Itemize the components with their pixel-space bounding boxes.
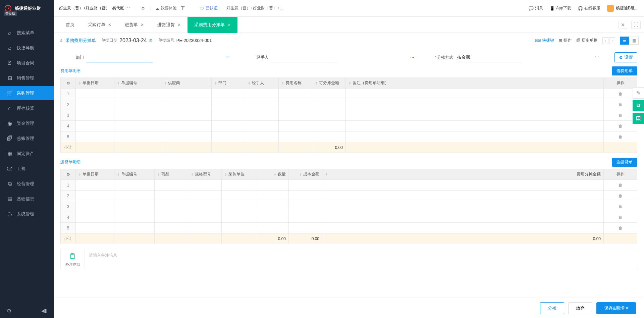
sidebar-item-11[interactable]: ▤基础信息 [0,192,54,206]
trash-icon[interactable]: 🗑 [619,204,623,209]
trash-icon[interactable]: 🗑 [619,92,623,96]
stk-col-5[interactable]: ▲▼数量 [255,169,289,180]
topbar-link-0[interactable]: 💬 消息 [529,5,543,11]
method-input[interactable] [456,52,522,62]
stk-col-7[interactable]: ▲▼费用分摊金额 [322,169,604,180]
remarks-input[interactable] [85,249,637,269]
select-expense-button[interactable]: 选费用单 [612,66,637,75]
trash-icon[interactable]: 🗑 [619,194,623,198]
sidebar-item-3[interactable]: ⊞销售管理 [0,71,54,85]
trash-icon[interactable]: 🗑 [619,183,623,188]
chevron-down-icon[interactable]: ﹀ [127,5,131,11]
close-icon[interactable]: ✕ [227,22,231,27]
sidebar-item-9[interactable]: 🗠工资 [0,161,54,176]
tab-2[interactable]: 进货单✕ [118,17,151,33]
table-row[interactable]: 1🗑 [61,180,637,191]
exp-col-0[interactable]: ▲▼单据日期 [76,78,114,89]
topbar-link-1[interactable]: 📱 App下载 [550,5,571,11]
handler-input[interactable] [271,52,337,62]
exp-col-3[interactable]: ▲▼部门 [212,78,245,89]
view-mode-list[interactable]: ☰ [620,37,629,45]
gear-col[interactable]: ⚙ [61,78,76,89]
discard-button[interactable]: 放弃 [568,302,592,314]
exp-col-2[interactable]: ▲▼供应商 [161,78,212,89]
sidebar-item-4[interactable]: 🛒采购管理 [0,86,54,100]
chevron-down-icon[interactable]: ﹀ [595,55,599,60]
table-row[interactable]: 3🗑 [61,201,637,212]
allocate-button[interactable]: 分摊 [540,302,564,314]
stk-col-1[interactable]: ▲▼单据编号 [114,169,155,180]
more-icon[interactable]: ⋯ [410,55,414,60]
sidebar-item-1[interactable]: ⌂快捷导航 [0,41,54,55]
chevron-down-icon: ▾ [626,306,628,311]
stk-col-6[interactable]: ▲▼成本金额 [289,169,322,180]
dock-image-icon[interactable]: 🖼 [633,113,644,124]
table-row[interactable]: 4🗑 [61,212,637,223]
trash-icon[interactable]: 🗑 [619,215,623,220]
tab-3[interactable]: 进货退货✕ [151,17,187,33]
trash-icon[interactable]: 🗑 [619,102,623,107]
chevron-down-icon[interactable]: ﹀ [226,55,230,60]
settings-gear-icon[interactable]: ⚙ [7,308,11,314]
prev-doc-icon[interactable]: ‹ [602,37,608,44]
sidebar-item-5[interactable]: ⌂库存核算 [0,101,54,115]
exp-col-6[interactable]: ▲▼可分摊金额 [312,78,346,89]
gear-col[interactable]: ⚙ [61,169,76,180]
stk-col-3[interactable]: ▲▼规格型号 [188,169,222,180]
stk-col-2[interactable]: ▲▼商品 [155,169,188,180]
table-row[interactable]: 2🗑 [61,191,637,201]
table-row[interactable]: 4🗑 [61,121,637,131]
collapse-icon[interactable]: ◂▮ [41,308,47,314]
close-all-tabs[interactable]: ✕ [619,21,627,29]
shortcut-action[interactable]: ⌨ 快捷键 [535,38,554,43]
sidebar-item-2[interactable]: 🗎项目合同 [0,56,54,70]
trash-icon[interactable]: 🗑 [619,113,623,118]
topbar-link-2[interactable]: 🎧 在线客服 [578,5,600,11]
trash-icon[interactable]: 🗑 [619,124,623,128]
sidebar-item-8[interactable]: ▦固定资产 [0,146,54,161]
breadcrumb[interactable]: 好生意（普）+好业财（普）+易代账 [59,5,124,11]
table-row[interactable]: 2🗑 [61,99,637,110]
close-icon[interactable]: ✕ [141,22,144,27]
sidebar-item-0[interactable]: ⌕搜索菜单 [0,25,54,40]
stk-col-0[interactable]: ▲▼单据日期 [76,169,114,180]
sidebar-item-6[interactable]: ◉资金管理 [0,116,54,130]
fullscreen-icon[interactable]: ⛶ [631,21,641,29]
next-doc-icon[interactable]: › [609,37,615,44]
stk-col-4[interactable]: ▲▼采购单位 [222,169,255,180]
exp-col-5[interactable]: ▲▼费用名称 [279,78,312,89]
close-icon[interactable]: ✕ [177,22,181,27]
user-info[interactable]: 畅捷通B组… [607,5,639,12]
sidebar-icon: 🗐 [7,136,13,142]
date-value[interactable]: 2023-03-24 [119,38,147,44]
table-row[interactable]: 3🗑 [61,110,637,121]
tab-1[interactable]: 采购订单✕ [81,17,118,33]
sidebar-item-label: 资金管理 [17,120,34,126]
sidebar-item-12[interactable]: ◌系统管理 [0,207,54,221]
dock-edit-icon[interactable]: ✎ [633,87,644,99]
sidebar-item-10[interactable]: ⧉经营管理 [0,176,54,191]
try-link[interactable]: ☁ 我要体验一下 [155,5,185,11]
exp-col-4[interactable]: ▲▼经手人 [245,78,279,89]
table-row[interactable]: 5🗑 [61,223,637,233]
gear-icon[interactable]: ⚙ [141,6,145,11]
select-stock-button[interactable]: 选进货单 [612,158,637,167]
settings-button[interactable]: ⚙ 设置 [614,52,637,62]
exp-col-7[interactable]: ▲▼备注（费用单明细） [346,78,604,89]
table-row[interactable]: 5🗑 [61,131,637,142]
trash-icon[interactable]: 🗑 [619,135,623,139]
tab-0[interactable]: 首页 [59,17,81,33]
save-new-button[interactable]: 保存&新增 ▾ [596,302,636,314]
exp-col-1[interactable]: ▲▼单据编号 [114,78,161,89]
view-mode-card[interactable]: ▦ [630,37,639,45]
close-icon[interactable]: ✕ [108,22,111,27]
sidebar-item-7[interactable]: 🗐总账管理 [0,131,54,146]
history-action[interactable]: 🗐 历史单据 [576,38,598,43]
dock-screenshot-icon[interactable]: ⧉ [633,100,644,111]
table-row[interactable]: 1🗑 [61,89,637,99]
trash-icon[interactable]: 🗑 [619,226,623,230]
calendar-icon[interactable]: 🗓 [149,38,153,43]
operate-action[interactable]: ⊞ 操作 [559,38,572,43]
tab-4[interactable]: 采购费用分摊单✕ [187,17,237,33]
dept-input[interactable] [87,52,153,62]
